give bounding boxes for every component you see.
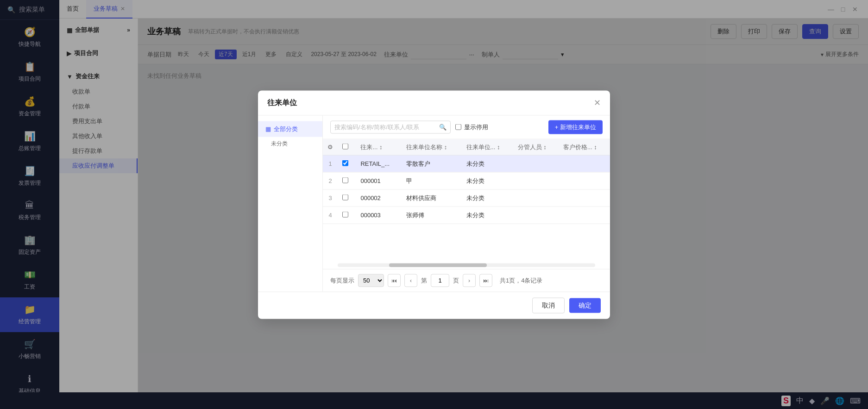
modal-main-content: 搜索编码/名称/简称/联系人/联系 🔍 显示停用 + 新增往来单位 ⚙ [323, 115, 610, 291]
search-icon: 🔍 [439, 124, 447, 131]
row-checkbox[interactable] [338, 155, 356, 172]
page-suffix: 页 [453, 276, 459, 284]
per-page-label: 每页显示 [330, 276, 354, 284]
table-row[interactable]: 4 000003 张师傅 未分类 [323, 207, 610, 224]
row-name: 张师傅 [402, 207, 461, 224]
all-category-icon: ▦ [265, 126, 271, 132]
scrollbar-thumb[interactable] [389, 263, 487, 267]
modal-footer: 取消 确定 [258, 291, 610, 319]
row-code: 000002 [356, 189, 402, 207]
col-checkbox[interactable] [338, 139, 356, 155]
partner-table-container: ⚙ 往来... ↕ 往来单位名称 ↕ 往来单位... ↕ 分管人员 ↕ 客户价格… [323, 139, 610, 261]
col-name[interactable]: 往来单位名称 ↕ [402, 139, 461, 155]
row-code: 000003 [356, 207, 402, 224]
row-category: 未分类 [462, 155, 513, 172]
add-partner-button[interactable]: + 新增往来单位 [548, 120, 603, 134]
cancel-button[interactable]: 取消 [532, 297, 565, 313]
row-price [559, 189, 610, 207]
modal-sidebar-all[interactable]: ▦ 全部分类 [258, 121, 322, 137]
row-name: 零散客户 [402, 155, 461, 172]
show-disabled-checkbox[interactable] [455, 124, 461, 130]
row-manager [513, 155, 559, 172]
page-prefix: 第 [421, 276, 427, 284]
first-page-btn[interactable]: ⏮ [388, 274, 401, 287]
modal-close-btn[interactable]: ✕ [594, 99, 601, 107]
table-row[interactable]: 2 000001 甲 未分类 [323, 172, 610, 189]
last-page-btn[interactable]: ⏭ [479, 274, 492, 287]
col-manager[interactable]: 分管人员 ↕ [513, 139, 559, 155]
scrollbar-track [338, 263, 595, 267]
scrollbar-area [323, 261, 610, 269]
row-num: 2 [323, 172, 338, 189]
row-num: 3 [323, 189, 338, 207]
row-price [559, 207, 610, 224]
current-page-input[interactable] [431, 274, 449, 287]
modal-sidebar-unclassified[interactable]: 未分类 [258, 137, 322, 150]
row-checkbox[interactable] [338, 189, 356, 207]
search-partner-input[interactable]: 搜索编码/名称/简称/联系人/联系 🔍 [330, 120, 451, 133]
row-category: 未分类 [462, 207, 513, 224]
row-code: 000001 [356, 172, 402, 189]
row-name: 材料供应商 [402, 189, 461, 207]
row-code: RETAIL_... [356, 155, 402, 172]
row-manager [513, 207, 559, 224]
row-price [559, 172, 610, 189]
row-category: 未分类 [462, 172, 513, 189]
row-checkbox[interactable] [338, 207, 356, 224]
partner-table: ⚙ 往来... ↕ 往来单位名称 ↕ 往来单位... ↕ 分管人员 ↕ 客户价格… [323, 139, 610, 224]
modal-pagination: 每页显示 50 100 ⏮ ‹ 第 页 › ⏭ 共1页，4条记录 [323, 269, 610, 291]
col-settings[interactable]: ⚙ [323, 139, 338, 155]
row-checkbox[interactable] [338, 172, 356, 189]
col-category[interactable]: 往来单位... ↕ [462, 139, 513, 155]
row-num: 4 [323, 207, 338, 224]
row-name: 甲 [402, 172, 461, 189]
col-code[interactable]: 往来... ↕ [356, 139, 402, 155]
row-num: 1 [323, 155, 338, 172]
table-row[interactable]: 3 000002 材料供应商 未分类 [323, 189, 610, 207]
partner-modal: 往来单位 ✕ ▦ 全部分类 未分类 搜索编码/名称/简称/联系人/联系 🔍 [258, 90, 610, 319]
table-row[interactable]: 1 RETAIL_... 零散客户 未分类 [323, 155, 610, 172]
row-manager [513, 189, 559, 207]
confirm-button[interactable]: 确定 [569, 298, 601, 313]
row-manager [513, 172, 559, 189]
prev-page-btn[interactable]: ‹ [404, 274, 417, 287]
modal-header: 往来单位 ✕ [258, 90, 610, 115]
row-price [559, 155, 610, 172]
total-records: 共1页，4条记录 [500, 276, 542, 284]
next-page-btn[interactable]: › [463, 274, 476, 287]
per-page-select[interactable]: 50 100 [358, 274, 384, 287]
modal-title: 往来单位 [267, 98, 297, 107]
modal-body: ▦ 全部分类 未分类 搜索编码/名称/简称/联系人/联系 🔍 显示停用 + [258, 115, 610, 291]
col-price[interactable]: 客户价格... ↕ [559, 139, 610, 155]
modal-left-sidebar: ▦ 全部分类 未分类 [258, 115, 323, 291]
show-disabled-checkbox-label[interactable]: 显示停用 [455, 123, 488, 131]
modal-toolbar: 搜索编码/名称/简称/联系人/联系 🔍 显示停用 + 新增往来单位 [323, 115, 610, 139]
row-category: 未分类 [462, 189, 513, 207]
